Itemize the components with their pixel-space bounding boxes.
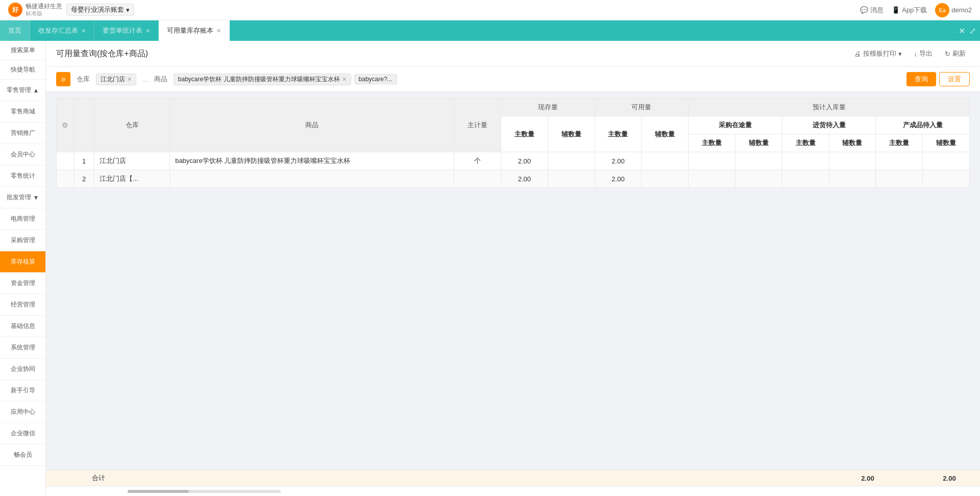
gear-icon[interactable]: ⚙ [62,121,68,129]
sidebar-item-retail-mall[interactable]: 零售商城 [0,101,45,123]
td-seq-1: 1 [74,152,94,170]
refresh-button[interactable]: ↻ 刷新 [941,47,970,60]
export-icon: ↓ [914,50,918,58]
th-incoming-sub-group: 进货待入量 [782,116,876,134]
chevron-down-print-icon: ▾ [898,50,902,58]
td-avail-aux-1 [642,152,689,170]
setting-button[interactable]: 设置 [939,72,970,86]
th-setting[interactable]: ⚙ [57,99,74,152]
sidebar-item-ecommerce[interactable]: 电商管理 [0,208,45,230]
sidebar-item-inventory-check[interactable]: 库存核算 [0,251,45,273]
filter-toggle-button[interactable]: » [56,72,70,86]
logo-text-area: 畅捷通好生意 标准版 [26,3,62,17]
query-button[interactable]: 查询 [906,72,936,86]
td-production-main-2 [876,170,923,188]
tab-inventory[interactable]: 可用量库存账本 ✕ [159,20,230,41]
sidebar-item-marketing[interactable]: 营销推广 [0,123,45,144]
tab-order[interactable]: 要货单统计表 ✕ [94,20,159,41]
sidebar-item-finance[interactable]: 资金管理 [0,273,45,294]
th-incoming-aux: 辅数量 [829,134,876,152]
td-warehouse-1: 江北门店 [94,152,170,170]
th-incoming-group: 预计入库量 [689,99,970,116]
tab-order-close[interactable]: ✕ [145,28,150,34]
expand-icon[interactable]: ⤢ [969,26,976,36]
td-setting-1 [57,152,74,170]
message-button[interactable]: 💬 消息 [860,6,884,15]
print-button[interactable]: 🖨 按模板打印 ▾ [850,47,906,60]
page-title: 可用量查询(按仓库+商品) [56,49,148,59]
warehouse-tag-1-remove[interactable]: ✕ [127,76,132,83]
close-window-icon[interactable]: ✕ [959,26,965,36]
app-download-button[interactable]: 📱 App下载 [892,6,927,15]
sidebar-item-operations[interactable]: 经营管理 [0,294,45,316]
td-product-1: babycare学饮杯 儿童防摔防撞吸管杯重力球吸嘴杯宝宝水杯 [170,152,454,170]
tab-receipt[interactable]: 收发存汇总表 ✕ [30,20,94,41]
td-stock-main-2: 2.00 [501,170,548,188]
th-stock-main: 主数量 [501,116,548,152]
sidebar-item-new-guide[interactable]: 新手引导 [0,380,45,401]
sidebar-item-retail-stats[interactable]: 零售统计 [0,166,45,187]
table-footer: 合计 2.00 2.00 [46,469,980,486]
product-filter-label: 商品 [154,75,167,84]
tab-inventory-close[interactable]: ✕ [216,28,221,34]
sidebar-item-enterprise[interactable]: 企业协同 [0,359,45,380]
product-tag-2[interactable]: babycare?... [354,74,397,84]
warehouse-tag-1[interactable]: 江北门店 ✕ [96,74,136,85]
tab-bar: 首页 收发存汇总表 ✕ 要货单统计表 ✕ 可用量库存账本 ✕ ✕ ⤢ [0,20,980,41]
logo-area: 好 畅捷通好生意 标准版 [8,3,62,17]
tab-home[interactable]: 首页 [0,20,30,41]
td-purchase-main-1 [689,152,736,170]
th-warehouse: 仓库 [94,99,170,152]
filter-actions: 查询 设置 [906,72,970,86]
chevron-right-icon: » [61,75,66,84]
sidebar-search-menu[interactable]: 搜索菜单 [0,41,45,60]
export-button[interactable]: ↓ 导出 [910,47,937,60]
top-bar-left: 好 畅捷通好生意 标准版 母婴行业演示账套 ▾ [8,3,134,17]
sidebar-item-purchase[interactable]: 采购管理 [0,230,45,251]
th-unit: 主计量 [454,99,501,152]
th-incoming-main: 主数量 [782,134,829,152]
sidebar-item-retail-mgmt-label: 零售管理 [7,86,31,95]
sidebar: 搜索菜单 快捷导航 零售管理 ▲ 零售商城 营销推广 会员中心 零售统计 批发管… [0,41,46,496]
td-production-aux-2 [923,170,970,188]
th-stock-aux: 辅数量 [548,116,595,152]
sidebar-item-member2[interactable]: 畅会员 [0,444,45,466]
scroll-track[interactable] [128,490,281,493]
warehouse-more-indicator[interactable]: ... [142,76,148,83]
sidebar-item-app-center[interactable]: 应用中心 [0,401,45,423]
product-tag-1-remove[interactable]: ✕ [342,76,347,83]
user-area[interactable]: Ea demo2 [935,3,972,17]
td-incoming-aux-2 [829,170,876,188]
sidebar-item-wholesale-mgmt[interactable]: 批发管理 ▼ [0,187,45,208]
th-purchase-main: 主数量 [689,134,736,152]
tab-bar-controls: ✕ ⤢ [959,20,980,41]
tab-receipt-close[interactable]: ✕ [81,28,86,34]
refresh-icon: ↻ [945,50,950,58]
sidebar-item-member[interactable]: 会员中心 [0,144,45,166]
main-layout: 搜索菜单 快捷导航 零售管理 ▲ 零售商城 营销推广 会员中心 零售统计 批发管… [0,41,980,496]
bottom-scrollbar[interactable] [46,486,980,496]
sidebar-item-retail-mgmt[interactable]: 零售管理 ▲ [0,80,45,101]
sidebar-item-basic-info[interactable]: 基础信息 [0,316,45,337]
arrow-up-icon: ▲ [33,87,39,94]
print-icon: 🖨 [854,50,861,58]
footer-available-main: 2.00 [929,475,970,482]
table-container[interactable]: ⚙ 仓库 商品 主计量 现存量 可用量 预计入库量 主数量 辅数量 主数量 [46,92,980,469]
logo-text: 畅捷通好生意 [26,3,62,10]
scroll-thumb[interactable] [128,490,189,493]
product-tag-1[interactable]: babycare学饮杯 儿童防摔防撞吸管杯重力球吸嘴杯宝宝水杯 ✕ [174,74,351,85]
logo-sub: 标准版 [26,10,62,17]
chevron-down-icon: ▾ [126,6,130,14]
filter-row: 仓库 江北门店 ✕ ... 商品 babycare学饮杯 儿童防摔防撞吸管杯重力… [77,74,900,85]
user-name: demo2 [951,6,972,14]
industry-selector[interactable]: 母婴行业演示账套 ▾ [66,4,134,16]
td-purchase-aux-2 [735,170,782,188]
th-purchase-aux: 辅数量 [735,134,782,152]
sidebar-quick-nav[interactable]: 快捷导航 [0,60,45,80]
th-available-group: 可用量 [595,99,689,116]
industry-label: 母婴行业演示账套 [71,5,124,14]
th-production-main: 主数量 [876,134,923,152]
sidebar-item-system[interactable]: 系统管理 [0,337,45,359]
td-stock-main-1: 2.00 [501,152,548,170]
sidebar-item-wechat[interactable]: 企业微信 [0,423,45,444]
